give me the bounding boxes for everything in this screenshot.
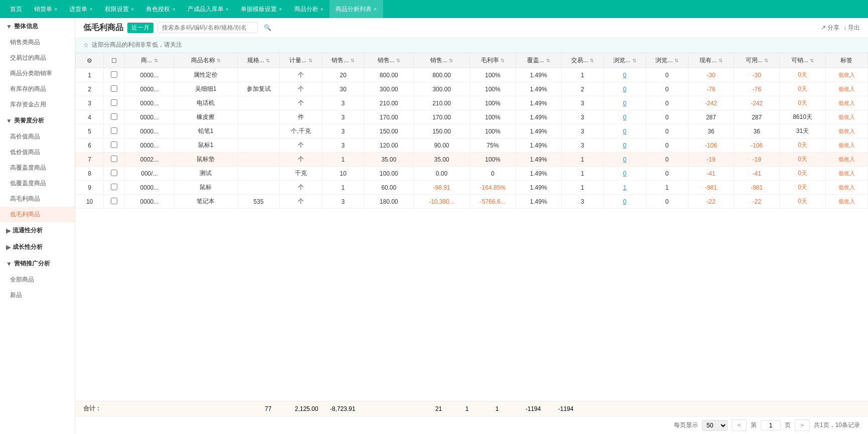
sidebar-item-new-products[interactable]: 新品 [0,287,75,303]
row-checkbox[interactable] [104,195,125,209]
col-unit[interactable]: 计量... ⇅ [280,53,322,68]
row-available: -30 [734,68,780,82]
close-icon[interactable]: × [374,6,377,12]
sidebar-item-high-coverage[interactable]: 高覆盖度商品 [0,160,75,176]
row-no: 6 [76,138,104,153]
nav-role-auth[interactable]: 角色授权 × [140,0,181,18]
sidebar-item-stock-capital[interactable]: 库存资金占用 [0,97,75,112]
col-settings[interactable]: ⚙ [76,53,104,68]
row-cover-rate: 1.49% [515,167,561,181]
time-filter-badge[interactable]: 近一月 [127,23,153,33]
nav-product-analysis-list[interactable]: 商品分析列表 × [329,0,383,18]
export-button[interactable]: ↓ 导出 [843,24,860,32]
row-browse1[interactable]: 0 [604,153,646,167]
row-browse1[interactable]: 0 [604,82,646,96]
page-number-input[interactable] [761,420,781,430]
col-available[interactable]: 可用... ⇅ [734,53,780,68]
row-checkbox[interactable] [104,167,125,181]
prev-page-button[interactable]: ＜ [732,419,747,431]
content-area: 低毛利商品 近一月 🔍 ↗ 分享 ↓ 导出 ☆ 这部分商品的利润非常低，请关注 [75,18,868,434]
close-icon[interactable]: × [320,6,323,12]
sidebar-group-circulation[interactable]: ▶ 流通性分析 [0,222,75,239]
close-icon[interactable]: × [131,6,134,12]
sidebar-group-growth[interactable]: ▶ 成长性分析 [0,239,75,255]
row-browse1[interactable]: 0 [604,68,646,82]
row-name: 鼠标1 [174,138,237,153]
row-current: -76 [688,82,734,96]
close-icon[interactable]: × [279,6,282,12]
close-icon[interactable]: × [89,6,92,12]
col-browse1[interactable]: 浏览... ⇅ [604,53,646,68]
col-sellable[interactable]: 可销... ⇅ [780,53,825,68]
nav-sales-order[interactable]: 销货单 × [28,0,63,18]
search-input[interactable] [157,22,258,33]
nav-product-analysis[interactable]: 商品分析 × [288,0,329,18]
page-size-select[interactable]: 50 100 200 [702,420,728,431]
sidebar-item-low-coverage[interactable]: 低覆盖度商品 [0,176,75,191]
col-current[interactable]: 现有... ⇅ [688,53,734,68]
sidebar-item-sales-products[interactable]: 销售类商品 [0,35,75,50]
row-no: 4 [76,110,104,124]
col-spec[interactable]: 规格... ⇅ [237,53,279,68]
col-trade[interactable]: 交易... ⇅ [561,53,603,68]
row-tag: 低收入 [825,82,867,96]
next-page-button[interactable]: ＞ [795,419,810,431]
row-checkbox[interactable] [104,153,125,167]
row-checkbox[interactable] [104,68,125,82]
row-name: 橡皮擦 [174,110,237,124]
row-browse1[interactable]: 0 [604,138,646,153]
col-gross-rate[interactable]: 毛利率 ⇅ [470,53,515,68]
sidebar-item-in-stock[interactable]: 有库存的商品 [0,81,75,97]
nav-purchase-order[interactable]: 进货单 × [63,0,98,18]
row-browse1[interactable]: 0 [604,110,646,124]
col-sales-qty[interactable]: 销售... ⇅ [322,53,364,68]
row-sales-qty: 3 [322,138,364,153]
row-browse1[interactable]: 1 [604,181,646,195]
col-cover-rate[interactable]: 覆盖... ⇅ [515,53,561,68]
sidebar-group-reputation[interactable]: ▼ 美誉度分析 [0,112,75,129]
sidebar-group-overall[interactable]: ▼ 整体信息 [0,18,75,35]
col-name[interactable]: 商品名称 ⇅ [174,53,237,68]
row-browse1[interactable]: 0 [604,96,646,110]
table-row: 3 0000... 电话机 个 3 210.00 210.00 100% 1.4… [76,96,868,110]
col-sales-price[interactable]: 销售... ⇅ [364,53,413,68]
sidebar-item-all-products[interactable]: 全部商品 [0,272,75,287]
col-sales-amt[interactable]: 销售... ⇅ [414,53,470,68]
total-info: 共1页，10条记录 [814,421,860,429]
sidebar-item-high-value[interactable]: 高价值商品 [0,129,75,144]
sidebar-group-marketing[interactable]: ▼ 营销推广分析 [0,255,75,272]
row-checkbox[interactable] [104,82,125,96]
col-tag[interactable]: 标签 [825,53,867,68]
row-code: 0000... [125,124,174,138]
search-icon[interactable]: 🔍 [264,24,271,31]
col-code[interactable]: 商... ⇅ [125,53,174,68]
row-browse1[interactable]: 0 [604,167,646,181]
row-sales-amt: -98.91 [414,181,470,195]
nav-template-settings[interactable]: 单据模板设置 × [235,0,288,18]
close-icon[interactable]: × [54,6,57,12]
sidebar-item-high-margin[interactable]: 高毛利商品 [0,191,75,207]
row-browse1[interactable]: 0 [604,124,646,138]
nav-home[interactable]: 首页 [4,0,28,18]
share-button[interactable]: ↗ 分享 [821,24,839,32]
sidebar-item-low-margin[interactable]: 低毛利商品 [0,207,75,222]
row-gross-rate: 100% [470,96,515,110]
close-icon[interactable]: × [226,6,229,12]
row-checkbox[interactable] [104,138,125,153]
close-icon[interactable]: × [172,6,175,12]
col-checkbox[interactable]: ☐ [104,53,125,68]
nav-product-inbound[interactable]: 产成品入库单 × [182,0,235,18]
nav-permission-settings[interactable]: 权限设置 × [99,0,140,18]
row-checkbox[interactable] [104,181,125,195]
row-checkbox[interactable] [104,124,125,138]
row-trade: 3 [561,110,603,124]
row-browse1[interactable]: 0 [604,195,646,209]
sidebar-item-category-rate[interactable]: 商品分类助销率 [0,66,75,81]
col-browse2[interactable]: 浏览... ⇅ [646,53,688,68]
row-sellable: 0天 [780,68,825,82]
sidebar-item-traded-products[interactable]: 交易过的商品 [0,50,75,66]
row-checkbox[interactable] [104,110,125,124]
row-checkbox[interactable] [104,96,125,110]
row-no: 8 [76,167,104,181]
sidebar-item-low-value[interactable]: 低价值商品 [0,144,75,160]
